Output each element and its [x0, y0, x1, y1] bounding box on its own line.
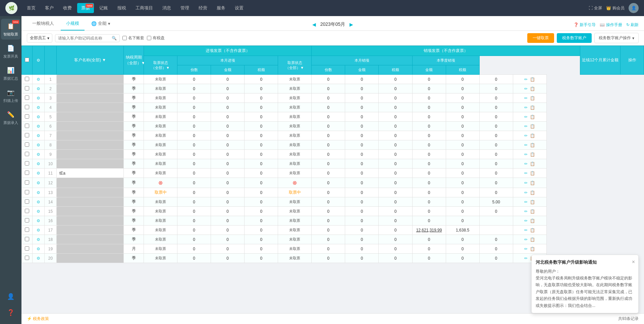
- th-quota[interactable]: 纳税周期（全部）▼: [124, 46, 144, 75]
- row-checkbox-15[interactable]: [22, 216, 33, 225]
- copy-btn-18[interactable]: 📋: [530, 247, 535, 251]
- sidebar-item-user[interactable]: 👤: [1, 289, 20, 304]
- row-checkbox-16[interactable]: [22, 225, 33, 235]
- row-name-1[interactable]: ████████████: [57, 84, 124, 93]
- row-checkbox-4[interactable]: [22, 112, 33, 122]
- row-checkbox-19[interactable]: [22, 254, 33, 263]
- row-checkbox-3[interactable]: [22, 103, 33, 112]
- copy-btn-3[interactable]: 📋: [530, 105, 535, 110]
- copy-btn-6[interactable]: 📋: [530, 133, 535, 138]
- row-name-4[interactable]: ████████████████: [57, 112, 124, 122]
- nav-operate[interactable]: 经营: [195, 3, 211, 13]
- row-setting-19[interactable]: ⚙: [33, 254, 45, 263]
- row-setting-14[interactable]: ⚙: [33, 207, 45, 216]
- select-all-checkbox[interactable]: [25, 58, 29, 62]
- edit-btn-12[interactable]: ✏: [524, 190, 528, 195]
- sidebar-item-help[interactable]: ❓: [1, 305, 20, 320]
- tab-general-taxpayer[interactable]: 一般纳税人: [27, 17, 59, 30]
- fullscreen-btn[interactable]: ⛶ 全屏: [589, 5, 602, 11]
- th-name[interactable]: 客户名称(全部) ▼: [57, 46, 124, 75]
- row-setting-18[interactable]: ⚙: [33, 244, 45, 254]
- edit-btn-7[interactable]: ✏: [524, 143, 528, 147]
- nav-service[interactable]: 服务: [213, 3, 229, 13]
- next-month-btn[interactable]: ▶: [348, 21, 355, 28]
- user-avatar[interactable]: 👤: [629, 3, 639, 13]
- edit-btn-3[interactable]: ✏: [524, 105, 528, 110]
- row-checkbox-0[interactable]: [22, 75, 33, 84]
- employee-select[interactable]: 全部员工 ▾: [27, 34, 52, 43]
- edit-btn-1[interactable]: ✏: [524, 86, 528, 91]
- row-setting-12[interactable]: ⚙: [33, 188, 45, 197]
- edit-btn-8[interactable]: ✏: [524, 152, 528, 157]
- copy-btn-1[interactable]: 📋: [530, 86, 535, 91]
- row-checkbox-7[interactable]: [22, 140, 33, 150]
- row-setting-9[interactable]: ⚙: [33, 159, 45, 169]
- copy-btn-16[interactable]: 📋: [530, 228, 535, 233]
- sidebar-item-open-invoice[interactable]: 📄 发票开具: [1, 41, 20, 62]
- tab-small-scale[interactable]: 小规模: [61, 17, 85, 30]
- row-name-17[interactable]: ████████: [57, 235, 124, 244]
- row-setting-3[interactable]: ⚙: [33, 103, 45, 112]
- copy-btn-2[interactable]: 📋: [530, 96, 535, 101]
- copy-btn-0[interactable]: 📋: [530, 77, 535, 82]
- edit-btn-4[interactable]: ✏: [524, 115, 528, 119]
- sidebar-item-summary[interactable]: 📊 票据汇总: [1, 63, 20, 84]
- edit-btn-2[interactable]: ✏: [524, 96, 528, 101]
- row-setting-0[interactable]: ⚙: [33, 75, 45, 84]
- row-name-14[interactable]: ████████████: [57, 207, 124, 216]
- row-name-16[interactable]: ████████████████: [57, 225, 124, 235]
- row-name-0[interactable]: ████████████: [57, 75, 124, 84]
- row-checkbox-8[interactable]: [22, 150, 33, 159]
- edit-btn-0[interactable]: ✏: [524, 77, 528, 82]
- copy-btn-14[interactable]: 📋: [530, 209, 535, 214]
- copy-btn-9[interactable]: 📋: [530, 161, 535, 166]
- edit-btn-6[interactable]: ✏: [524, 133, 528, 138]
- row-checkbox-12[interactable]: [22, 188, 33, 197]
- tab-all[interactable]: 🌐 全能 ▾: [86, 17, 116, 30]
- checkbox-subaccount[interactable]: 名下账套: [122, 35, 144, 41]
- edit-btn-17[interactable]: ✏: [524, 237, 528, 242]
- nav-customer[interactable]: 客户: [41, 3, 58, 13]
- nav-message[interactable]: 消息: [158, 3, 175, 13]
- row-checkbox-5[interactable]: [22, 122, 33, 131]
- row-setting-7[interactable]: ⚙: [33, 140, 45, 150]
- row-name-6[interactable]: ████████████████████: [57, 131, 124, 140]
- notification-close-btn[interactable]: ×: [632, 258, 635, 266]
- checkbox-taxdisk[interactable]: 有税盘: [147, 35, 165, 41]
- edit-btn-11[interactable]: ✏: [524, 181, 528, 185]
- copy-btn-8[interactable]: 📋: [530, 152, 535, 157]
- row-setting-4[interactable]: ⚙: [33, 112, 45, 122]
- row-checkbox-11[interactable]: [22, 178, 33, 188]
- row-setting-16[interactable]: ⚙: [33, 225, 45, 235]
- copy-btn-10[interactable]: 📋: [530, 171, 535, 176]
- row-checkbox-2[interactable]: [22, 93, 33, 103]
- copy-btn-13[interactable]: 📋: [530, 200, 535, 204]
- tax-digital-account-btn[interactable]: 税务数字账户: [557, 33, 592, 43]
- row-setting-8[interactable]: ⚙: [33, 150, 45, 159]
- copy-btn-7[interactable]: 📋: [530, 143, 535, 147]
- copy-btn-15[interactable]: 📋: [530, 218, 535, 223]
- row-name-19[interactable]: ████████████: [57, 254, 124, 263]
- edit-btn-13[interactable]: ✏: [524, 200, 528, 204]
- row-name-13[interactable]: ████████████: [57, 197, 124, 207]
- row-checkbox-13[interactable]: [22, 197, 33, 207]
- sidebar-item-entry[interactable]: ✏️ 票据录入: [1, 107, 20, 128]
- edit-btn-19[interactable]: ✏: [524, 256, 528, 261]
- row-setting-13[interactable]: ⚙: [33, 197, 45, 207]
- row-name-2[interactable]: ████████████: [57, 93, 124, 103]
- row-setting-2[interactable]: ⚙: [33, 93, 45, 103]
- nav-settings[interactable]: 设置: [231, 3, 248, 13]
- nav-home[interactable]: 首页: [23, 3, 40, 13]
- nav-billing[interactable]: 收费: [59, 3, 76, 13]
- nav-tax[interactable]: 报税: [113, 3, 130, 13]
- tax-digital-ops-btn[interactable]: 税务数字账户操作 ▾: [594, 33, 639, 43]
- sidebar-item-smart-invoice[interactable]: 📋 智能取票 new: [1, 19, 20, 40]
- edit-btn-18[interactable]: ✏: [524, 247, 528, 251]
- edit-btn-15[interactable]: ✏: [524, 218, 528, 223]
- search-input[interactable]: [58, 36, 112, 41]
- edit-btn-10[interactable]: ✏: [524, 171, 528, 176]
- nav-bookkeeping[interactable]: 记账: [95, 3, 112, 13]
- copy-btn-4[interactable]: 📋: [530, 115, 535, 119]
- row-setting-1[interactable]: ⚙: [33, 84, 45, 93]
- row-checkbox-6[interactable]: [22, 131, 33, 140]
